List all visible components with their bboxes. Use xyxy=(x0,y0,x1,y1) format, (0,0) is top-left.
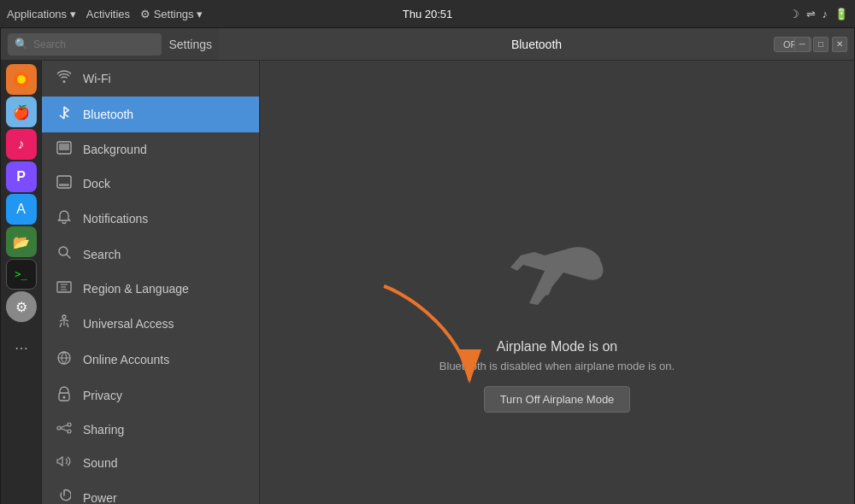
sidebar-item-sound-label: Sound xyxy=(83,456,117,470)
arrows-icon[interactable]: ⇌ xyxy=(806,8,816,21)
window-controls: ─ □ ✕ xyxy=(794,37,847,52)
minimize-button[interactable]: ─ xyxy=(794,37,810,52)
dock-settings[interactable]: ⚙ xyxy=(6,291,37,322)
svg-rect-3 xyxy=(59,144,69,150)
moon-icon[interactable]: ☽ xyxy=(789,8,799,21)
dock-appstore[interactable]: A xyxy=(6,194,37,225)
sidebar-item-region-label: Region & Language xyxy=(83,282,189,296)
dock-icon-small xyxy=(56,175,73,192)
power-icon xyxy=(56,489,73,504)
activities-menu[interactable]: Activities xyxy=(86,8,130,21)
settings-window: 🔍 Settings Bluetooth OFF ─ □ ✕ 🍎 xyxy=(0,27,855,504)
sidebar-item-power-label: Power xyxy=(83,491,117,504)
topbar: Applications ▾ Activities ⚙ Settings ▾ T… xyxy=(0,0,855,27)
topbar-clock: Thu 20:51 xyxy=(403,8,453,21)
sidebar-item-region[interactable]: Region & Language xyxy=(42,272,259,306)
svg-rect-5 xyxy=(59,184,69,186)
titlebar: 🔍 Settings Bluetooth OFF ─ □ ✕ xyxy=(1,28,854,61)
sidebar-item-bluetooth-label: Bluetooth xyxy=(83,108,133,121)
dock-firefox[interactable] xyxy=(6,64,37,95)
titlebar-sidebar: 🔍 Settings xyxy=(1,28,219,60)
topbar-left: Applications ▾ Activities ⚙ Settings ▾ xyxy=(7,8,203,21)
sidebar-item-notifications[interactable]: Notifications xyxy=(42,201,259,237)
sidebar-item-power[interactable]: Power xyxy=(42,480,259,504)
arrow-indicator xyxy=(358,278,512,389)
sidebar-item-wifi[interactable]: Wi-Fi xyxy=(42,61,259,97)
topbar-right: ☽ ⇌ ♪ 🔋 xyxy=(789,8,849,21)
svg-point-6 xyxy=(59,247,68,255)
sidebar-item-universal-label: Universal Access xyxy=(83,317,174,331)
dock-folder[interactable]: 📂 xyxy=(6,226,37,257)
applications-menu[interactable]: Applications ▾ xyxy=(7,8,76,21)
sidebar-item-search-label: Search xyxy=(83,248,121,261)
sidebar-item-bluetooth[interactable]: Bluetooth xyxy=(42,97,259,132)
dock-grid[interactable]: ⋯ xyxy=(6,332,37,363)
sidebar-item-search[interactable]: Search xyxy=(42,237,259,272)
region-icon xyxy=(56,280,73,297)
svg-point-12 xyxy=(57,426,61,430)
volume-icon[interactable]: ♪ xyxy=(823,8,828,21)
sidebar: Wi-Fi Bluetooth Backg xyxy=(42,61,260,504)
sidebar-item-wifi-label: Wi-Fi xyxy=(83,72,111,85)
sidebar-item-dock-label: Dock xyxy=(83,177,110,190)
search-input[interactable] xyxy=(33,38,155,50)
search-icon-sidebar xyxy=(56,245,73,263)
sidebar-item-online-label: Online Accounts xyxy=(83,353,169,366)
sidebar-item-sound[interactable]: Sound xyxy=(42,446,259,480)
online-icon xyxy=(56,350,73,369)
svg-point-1 xyxy=(17,75,26,84)
svg-point-8 xyxy=(62,315,66,319)
search-icon: 🔍 xyxy=(15,38,28,50)
sidebar-item-privacy[interactable]: Privacy xyxy=(42,378,259,413)
maximize-button[interactable]: □ xyxy=(813,37,828,52)
window-title: Bluetooth xyxy=(511,38,562,51)
main-panel: Airplane Mode is on Bluetooth is disable… xyxy=(260,61,854,504)
dock: 🍎 ♪ P A 📂 >_ ⚙ ⋯ xyxy=(1,61,42,504)
sidebar-item-universal[interactable]: Universal Access xyxy=(42,306,259,342)
universal-icon xyxy=(56,314,73,333)
sidebar-item-background-label: Background xyxy=(83,143,147,156)
sharing-icon xyxy=(56,422,73,437)
sound-icon xyxy=(56,454,73,472)
titlebar-main: Bluetooth OFF ─ □ ✕ xyxy=(219,38,854,51)
sidebar-item-privacy-label: Privacy xyxy=(83,389,122,402)
sidebar-item-online[interactable]: Online Accounts xyxy=(42,342,259,378)
privacy-icon xyxy=(56,386,73,405)
content-area: 🍎 ♪ P A 📂 >_ ⚙ ⋯ xyxy=(1,61,854,504)
svg-point-14 xyxy=(68,430,71,433)
turn-off-airplane-button[interactable]: Turn Off Airplane Mode xyxy=(484,386,631,413)
battery-icon[interactable]: 🔋 xyxy=(834,8,848,21)
sidebar-item-sharing[interactable]: Sharing xyxy=(42,413,259,446)
wifi-icon xyxy=(56,69,73,88)
sidebar-title: Settings xyxy=(168,38,212,51)
dock-terminal[interactable]: >_ xyxy=(6,259,37,290)
sidebar-item-background[interactable]: Background xyxy=(42,132,259,167)
settings-menu[interactable]: ⚙ Settings ▾ xyxy=(140,8,203,21)
airplane-content: Airplane Mode is on Bluetooth is disable… xyxy=(439,235,675,413)
svg-point-11 xyxy=(63,396,66,399)
sidebar-item-dock[interactable]: Dock xyxy=(42,167,259,201)
background-icon xyxy=(56,141,73,158)
dock-files[interactable]: 🍎 xyxy=(6,97,37,127)
dock-writer[interactable]: P xyxy=(6,161,37,192)
dock-music[interactable]: ♪ xyxy=(6,129,37,160)
notifications-icon xyxy=(56,209,73,228)
close-button[interactable]: ✕ xyxy=(832,37,847,52)
search-box[interactable]: 🔍 xyxy=(8,33,162,56)
airplane-icon xyxy=(502,235,613,329)
sidebar-item-sharing-label: Sharing xyxy=(83,423,124,437)
sidebar-item-notifications-label: Notifications xyxy=(83,212,148,226)
svg-point-13 xyxy=(68,423,71,426)
bluetooth-icon xyxy=(56,105,73,124)
